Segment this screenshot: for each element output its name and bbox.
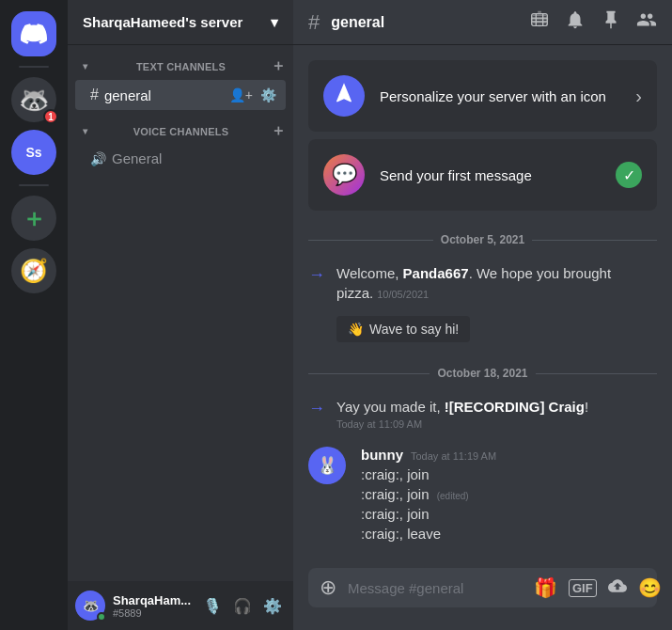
voice-channels-section: ▾ VOICE CHANNELS ＋ 🔊 General	[68, 118, 293, 172]
voice-channels-header[interactable]: ▾ VOICE CHANNELS ＋	[68, 118, 293, 145]
channel-header-name: general	[331, 14, 384, 31]
gift-icon[interactable]: 🎁	[534, 576, 557, 599]
system-message-arrow-icon-2: →	[308, 399, 325, 418]
check-icon: ✓	[616, 162, 642, 188]
wave-button[interactable]: 👋 Wave to say hi!	[336, 316, 470, 342]
separator-line-right-2	[536, 373, 657, 374]
text-channels-section: ▾ TEXT CHANNELS ＋ # general 👤+ ⚙️	[68, 53, 293, 110]
user-discriminator: #5889	[113, 607, 192, 619]
user-bar: 🦝 SharqaHam... #5889 🎙️ 🎧 ⚙️	[68, 581, 293, 630]
system-message-recording-text: Yay you made it, ![RECORDING] Craig!	[336, 399, 588, 415]
server-header[interactable]: SharqaHameed's server ▾	[68, 0, 293, 45]
server-sidebar: 🦝 1 general Ss ＋ 🧭	[0, 0, 68, 630]
app-container: 🦝 1 general Ss ＋ 🧭 SharqaHameed's server…	[0, 0, 672, 630]
wave-icon: 👋	[348, 322, 364, 337]
separator-line-left	[308, 240, 433, 241]
server-name: SharqaHameed's server	[83, 14, 242, 30]
message-line-1: :craig:, join	[361, 465, 657, 484]
mute-button[interactable]: 🎙️	[199, 593, 226, 619]
system-message-recording: → Yay you made it, ![RECORDING] Craig! T…	[293, 395, 672, 432]
channel-header: # general	[293, 0, 672, 45]
server-divider-2	[19, 184, 49, 186]
channel-list: ▾ TEXT CHANNELS ＋ # general 👤+ ⚙️ ▾	[68, 45, 293, 581]
server-icon-raccoon[interactable]: 🦝 1	[11, 77, 56, 122]
section-chevron-icon-2: ▾	[83, 126, 87, 136]
message-line-2: :craig:, join (edited)	[361, 484, 657, 504]
voice-channel-name-general: General	[112, 150, 162, 166]
main-content: # general	[293, 0, 672, 630]
upload-icon[interactable]	[608, 576, 627, 600]
section-chevron-icon: ▾	[83, 61, 87, 71]
server-icon-explore[interactable]: 🧭	[11, 248, 56, 293]
chevron-down-icon: ▾	[271, 14, 278, 31]
server-icon-card-icon	[323, 75, 365, 117]
server-icon-ss[interactable]: general Ss	[11, 130, 56, 175]
status-dot	[97, 612, 106, 622]
first-message-card-icon: 💬	[323, 154, 365, 196]
date-separator-text-oct5: October 5, 2021	[441, 233, 524, 246]
channel-item-general[interactable]: # general 👤+ ⚙️	[75, 80, 286, 110]
date-separator-oct18: October 18, 2021	[293, 359, 672, 387]
add-member-button[interactable]: 👤+	[227, 86, 255, 104]
bunny-avatar: 🐰	[308, 447, 346, 484]
voice-channels-label: VOICE CHANNELS	[133, 126, 228, 137]
message-input-actions: 🎁 GIF 😊	[534, 576, 662, 600]
bell-icon[interactable]	[565, 9, 586, 35]
channel-sidebar: SharqaHameed's server ▾ ▾ TEXT CHANNELS …	[68, 0, 293, 630]
system-message-text: Welcome, Panda667. We hope you brought p…	[336, 265, 611, 301]
messages-area: Personalize your server with an icon › 💬…	[293, 45, 672, 568]
user-settings-button[interactable]: ⚙️	[259, 593, 286, 619]
edited-label: (edited)	[437, 491, 469, 501]
hash-icon: #	[90, 87, 99, 103]
add-text-channel-button[interactable]: ＋	[271, 56, 286, 76]
server-icon-card-text: Personalize your server with an icon	[380, 88, 620, 104]
channel-header-hash-icon: #	[308, 10, 320, 35]
message-line-3: :craig:, join	[361, 504, 657, 524]
user-controls: 🎙️ 🎧 ⚙️	[199, 593, 286, 619]
add-voice-channel-button[interactable]: ＋	[271, 121, 286, 141]
pin-icon[interactable]	[601, 9, 621, 35]
notification-badge: 1	[43, 109, 58, 124]
first-message-card-text: Send your first message	[380, 167, 601, 183]
message-input-container: ⊕ 🎁 GIF 😊	[308, 568, 657, 607]
members-icon[interactable]	[636, 9, 657, 35]
gif-icon[interactable]: GIF	[569, 579, 597, 597]
user-name: SharqaHam...	[113, 593, 192, 607]
message-author-bunny: bunny	[361, 447, 403, 463]
message-input-area: ⊕ 🎁 GIF 😊	[293, 568, 672, 630]
message-bunny: 🐰 bunny Today at 11:19 AM :craig:, join …	[293, 443, 672, 547]
system-message-welcome: → Welcome, Panda667. We hope you brought…	[293, 261, 672, 344]
speaker-icon: 🔊	[90, 151, 106, 166]
deafen-button[interactable]: 🎧	[229, 593, 256, 619]
wave-button-container: 👋 Wave to say hi!	[336, 308, 657, 342]
user-info: SharqaHam... #5889	[113, 593, 192, 619]
emoji-icon[interactable]: 😊	[638, 576, 662, 599]
channel-name-general: general	[104, 87, 151, 103]
date-separator-oct5: October 5, 2021	[293, 226, 672, 254]
message-input[interactable]	[348, 570, 526, 606]
date-separator-text-oct18: October 18, 2021	[437, 367, 527, 380]
wave-label: Wave to say hi!	[369, 322, 459, 337]
channel-actions: 👤+ ⚙️	[227, 86, 278, 104]
hashtag-settings-icon[interactable]	[529, 9, 550, 35]
server-icon-add[interactable]: ＋	[11, 196, 56, 241]
message-body-bunny: bunny Today at 11:19 AM :craig:, join :c…	[361, 447, 657, 543]
user-avatar: 🦝	[75, 591, 105, 621]
message-add-icon[interactable]: ⊕	[316, 568, 340, 607]
text-channels-header[interactable]: ▾ TEXT CHANNELS ＋	[68, 53, 293, 80]
channel-settings-button[interactable]: ⚙️	[258, 86, 278, 104]
separator-line-left-2	[308, 373, 430, 374]
message-header-bunny: bunny Today at 11:19 AM	[361, 447, 657, 463]
card-arrow-icon: ›	[635, 86, 642, 107]
system-message-arrow-icon: →	[308, 265, 325, 285]
channel-header-actions	[529, 9, 657, 35]
channel-item-general-voice[interactable]: 🔊 General	[75, 145, 286, 172]
server-icon-discord[interactable]	[11, 11, 56, 56]
message-timestamp-bunny: Today at 11:19 AM	[411, 450, 496, 462]
recording-timestamp: Today at 11:09 AM	[336, 418, 657, 430]
server-icon-card[interactable]: Personalize your server with an icon ›	[308, 60, 657, 132]
system-message-recording-content: Yay you made it, ![RECORDING] Craig! Tod…	[336, 397, 657, 430]
server-divider	[19, 66, 49, 68]
first-message-card[interactable]: 💬 Send your first message ✓	[308, 139, 657, 211]
message-line-4: :craig:, leave	[361, 524, 657, 543]
